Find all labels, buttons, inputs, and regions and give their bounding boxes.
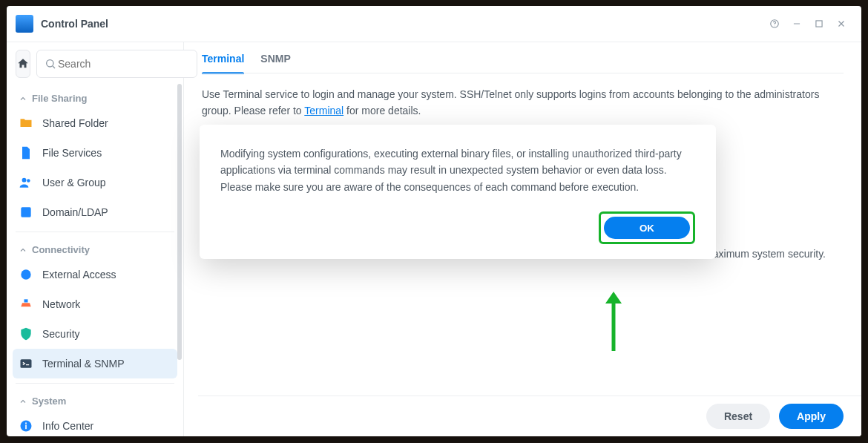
svg-line-7	[53, 66, 55, 68]
window-title: Control Panel	[41, 18, 108, 30]
tab-bar: Terminal SNMP	[184, 42, 861, 73]
network-icon	[19, 297, 33, 312]
terminal-help-link[interactable]: Terminal	[304, 105, 343, 117]
intro-text: Use Terminal service to login and manage…	[202, 87, 844, 119]
users-icon	[19, 175, 33, 190]
sidebar-item-label: Info Center	[42, 420, 93, 432]
search-input[interactable]	[56, 57, 189, 70]
sidebar-item-shared-folder[interactable]: Shared Folder	[7, 108, 183, 138]
ok-button[interactable]: OK	[604, 217, 690, 239]
svg-point-8	[22, 178, 27, 183]
svg-point-1	[775, 25, 775, 26]
apply-button[interactable]: Apply	[779, 404, 844, 429]
ok-highlight-ring: OK	[599, 211, 695, 244]
svg-rect-15	[25, 424, 27, 429]
folder-icon	[19, 116, 33, 131]
sidebar-item-label: Terminal & SNMP	[42, 358, 124, 370]
section-label: File Sharing	[32, 93, 87, 104]
maximize-button[interactable]	[808, 13, 830, 35]
svg-point-6	[47, 60, 53, 67]
domain-icon	[19, 205, 33, 220]
annotation-arrow-icon	[604, 292, 623, 353]
terminal-icon	[19, 356, 33, 371]
home-button[interactable]	[16, 50, 30, 78]
titlebar: Control Panel	[7, 6, 861, 42]
tab-snmp[interactable]: SNMP	[260, 53, 290, 73]
file-icon	[19, 145, 33, 160]
svg-rect-13	[21, 359, 32, 368]
chevron-up-icon	[19, 94, 27, 103]
svg-rect-12	[24, 299, 28, 302]
dialog-text: Modifying system configurations, executi…	[220, 145, 695, 195]
svg-point-16	[25, 422, 27, 424]
info-icon	[19, 419, 33, 433]
app-icon	[16, 15, 33, 33]
intro-post: for more details.	[343, 105, 421, 117]
tab-terminal[interactable]: Terminal	[202, 53, 244, 73]
close-button[interactable]	[830, 13, 852, 35]
section-header-connectivity[interactable]: Connectivity	[7, 237, 183, 260]
shield-icon	[19, 326, 33, 341]
sidebar-scrollbar[interactable]	[177, 84, 182, 360]
sidebar-item-terminal-snmp[interactable]: Terminal & SNMP	[13, 349, 177, 378]
section-divider	[16, 383, 174, 384]
section-divider	[16, 232, 174, 232]
footer-bar: Reset Apply	[198, 396, 861, 436]
sidebar-item-domain-ldap[interactable]: Domain/LDAP	[7, 197, 183, 227]
reset-button[interactable]: Reset	[706, 404, 770, 429]
search-icon	[45, 58, 56, 70]
link-icon	[19, 267, 33, 282]
minimize-button[interactable]	[786, 13, 808, 35]
sidebar-item-security[interactable]: Security	[7, 319, 183, 349]
sidebar-item-label: User & Group	[42, 177, 106, 188]
section-header-system[interactable]: System	[7, 388, 183, 411]
sidebar-item-label: Shared Folder	[42, 117, 108, 129]
sidebar-item-label: Security	[42, 328, 80, 340]
svg-point-11	[21, 269, 30, 279]
app-window: Control Panel File Sharing	[7, 6, 861, 436]
svg-marker-18	[605, 292, 622, 303]
sidebar: File Sharing Shared Folder File Services…	[7, 42, 184, 436]
help-button[interactable]	[763, 13, 786, 35]
search-field[interactable]	[36, 50, 197, 78]
sidebar-item-external-access[interactable]: External Access	[7, 260, 183, 289]
section-label: Connectivity	[32, 244, 90, 255]
warning-dialog: Modifying system configurations, executi…	[200, 125, 716, 259]
intro-pre: Use Terminal service to login and manage…	[202, 88, 819, 117]
svg-rect-10	[21, 207, 30, 217]
sidebar-item-label: Network	[42, 298, 80, 310]
svg-rect-3	[816, 21, 822, 27]
section-label: System	[32, 396, 66, 407]
sidebar-item-label: File Services	[42, 147, 102, 159]
section-header-file-sharing[interactable]: File Sharing	[7, 85, 183, 108]
svg-point-9	[27, 179, 30, 183]
sidebar-item-file-services[interactable]: File Services	[7, 138, 183, 168]
sidebar-item-info-center[interactable]: Info Center	[7, 411, 183, 436]
sidebar-item-label: Domain/LDAP	[42, 206, 108, 218]
sidebar-item-label: External Access	[42, 269, 116, 280]
sidebar-item-user-group[interactable]: User & Group	[7, 168, 183, 197]
chevron-up-icon	[19, 246, 27, 255]
chevron-up-icon	[19, 397, 27, 406]
sidebar-item-network[interactable]: Network	[7, 289, 183, 319]
